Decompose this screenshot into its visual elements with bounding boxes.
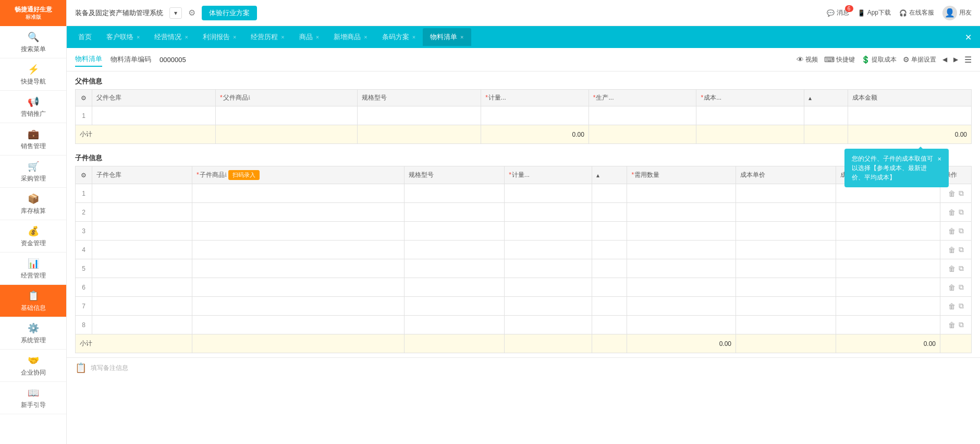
- sidebar-item-search[interactable]: 🔍搜索菜单: [0, 26, 66, 58]
- child-cost-amount-3[interactable]: [836, 222, 940, 241]
- child-goods-2[interactable]: [192, 203, 404, 222]
- child-unitcost-1[interactable]: [736, 184, 836, 203]
- child-copy-btn-6[interactable]: ⧉: [959, 283, 964, 292]
- sidebar-item-finance[interactable]: 💰资金管理: [0, 220, 66, 253]
- child-unitcost-7[interactable]: [736, 297, 836, 316]
- child-unitcost-6[interactable]: [736, 278, 836, 297]
- nav-tab-home[interactable]: 首页: [71, 28, 99, 46]
- child-warehouse-1[interactable]: [92, 184, 192, 203]
- sidebar-item-guide[interactable]: 📖新手引导: [0, 382, 66, 414]
- child-unit-3[interactable]: [505, 222, 592, 241]
- child-spec-8[interactable]: [405, 316, 505, 334]
- child-unit-6[interactable]: [505, 278, 592, 297]
- child-spec-2[interactable]: [405, 203, 505, 222]
- child-goods-4[interactable]: [192, 241, 404, 259]
- child-goods-3[interactable]: [192, 222, 404, 241]
- child-unit-2[interactable]: [505, 203, 592, 222]
- child-warehouse-6[interactable]: [92, 278, 192, 297]
- parent-cost-1[interactable]: [696, 106, 804, 125]
- child-warehouse-4[interactable]: [92, 241, 192, 259]
- online-service-btn[interactable]: 🎧 在线客服: [899, 8, 934, 17]
- child-delete-btn-2[interactable]: 🗑: [948, 208, 956, 217]
- parent-warehouse-1[interactable]: [92, 106, 216, 125]
- tab-close-history[interactable]: ×: [281, 34, 284, 40]
- child-cost-amount-4[interactable]: [836, 241, 940, 259]
- child-copy-btn-1[interactable]: ⧉: [959, 189, 964, 198]
- parent-goods-1[interactable]: [215, 106, 357, 125]
- child-goods-1[interactable]: [192, 184, 404, 203]
- sidebar-item-basic-info[interactable]: 📋基础信息: [0, 285, 66, 317]
- nav-tab-bom[interactable]: 物料清单 ×: [423, 28, 471, 46]
- tab-close-goods[interactable]: ×: [316, 34, 319, 40]
- child-unitcost-3[interactable]: [736, 222, 836, 241]
- nav-tab-barcode[interactable]: 条码方案 ×: [375, 28, 423, 46]
- sidebar-item-system[interactable]: ⚙️系统管理: [0, 317, 66, 350]
- child-spec-5[interactable]: [405, 259, 505, 278]
- sidebar-item-inventory[interactable]: 📦库存核算: [0, 188, 66, 220]
- child-qty-7[interactable]: [627, 297, 736, 316]
- child-goods-8[interactable]: [192, 316, 404, 334]
- child-spec-6[interactable]: [405, 278, 505, 297]
- tab-close-new-goods[interactable]: ×: [364, 34, 367, 40]
- app-download-btn[interactable]: 📱 App下载: [858, 8, 891, 17]
- child-warehouse-8[interactable]: [92, 316, 192, 334]
- nav-tab-new-goods[interactable]: 新增商品 ×: [326, 28, 374, 46]
- child-unitcost-5[interactable]: [736, 259, 836, 278]
- scan-btn[interactable]: 扫码录入: [228, 170, 260, 180]
- child-delete-btn-6[interactable]: 🗑: [948, 283, 956, 292]
- sidebar-item-purchase[interactable]: 🛒采购管理: [0, 155, 66, 188]
- message-btn[interactable]: 💬 消息 6: [827, 8, 849, 17]
- child-goods-5[interactable]: [192, 259, 404, 278]
- child-delete-btn-7[interactable]: 🗑: [948, 302, 956, 310]
- nav-next-btn[interactable]: ▶: [953, 56, 958, 63]
- child-unit-4[interactable]: [505, 241, 592, 259]
- child-qty-1[interactable]: [627, 184, 736, 203]
- parent-production-1[interactable]: [589, 106, 696, 125]
- child-warehouse-7[interactable]: [92, 297, 192, 316]
- child-cost-amount-2[interactable]: [836, 203, 940, 222]
- gear-btn[interactable]: ⚙: [188, 8, 195, 18]
- child-unit-7[interactable]: [505, 297, 592, 316]
- tab-close-bom[interactable]: ×: [460, 34, 463, 40]
- child-cost-amount-5[interactable]: [836, 259, 940, 278]
- child-copy-btn-5[interactable]: ⧉: [959, 264, 964, 273]
- child-spec-1[interactable]: [405, 184, 505, 203]
- child-goods-7[interactable]: [192, 297, 404, 316]
- tab-close-barcode[interactable]: ×: [412, 34, 415, 40]
- child-copy-btn-3[interactable]: ⧉: [959, 226, 964, 235]
- child-copy-btn-8[interactable]: ⧉: [959, 320, 964, 329]
- child-copy-btn-7[interactable]: ⧉: [959, 302, 964, 310]
- child-col-settings[interactable]: ⚙: [76, 166, 92, 184]
- child-copy-btn-4[interactable]: ⧉: [959, 245, 964, 254]
- system-dropdown-btn[interactable]: ▾: [169, 7, 182, 19]
- view-btn[interactable]: 👁 视频: [797, 55, 818, 64]
- child-spec-7[interactable]: [405, 297, 505, 316]
- sidebar-item-operations[interactable]: 📊经营管理: [0, 253, 66, 285]
- expand-btn[interactable]: ☰: [964, 55, 972, 65]
- child-copy-btn-2[interactable]: ⧉: [959, 208, 964, 217]
- child-qty-4[interactable]: [627, 241, 736, 259]
- sidebar-item-sales[interactable]: 💼销售管理: [0, 123, 66, 155]
- sidebar-item-marketing[interactable]: 📢营销推广: [0, 91, 66, 123]
- nav-tab-customer[interactable]: 客户联络 ×: [99, 28, 147, 46]
- tab-close-business[interactable]: ×: [185, 34, 188, 40]
- parent-unit-1[interactable]: [481, 106, 589, 125]
- sidebar-item-quick-nav[interactable]: ⚡快捷导航: [0, 58, 66, 91]
- parent-spec-1[interactable]: [358, 106, 481, 125]
- child-qty-2[interactable]: [627, 203, 736, 222]
- child-goods-6[interactable]: [192, 278, 404, 297]
- nav-tab-profit[interactable]: 利润报告 ×: [195, 28, 243, 46]
- child-cost-amount-6[interactable]: [836, 278, 940, 297]
- child-delete-btn-1[interactable]: 🗑: [948, 189, 956, 198]
- child-unit-8[interactable]: [505, 316, 592, 334]
- child-delete-btn-5[interactable]: 🗑: [948, 265, 956, 273]
- nav-tab-business[interactable]: 经营情况 ×: [147, 28, 195, 46]
- child-unit-1[interactable]: [505, 184, 592, 203]
- child-cost-amount-8[interactable]: [836, 316, 940, 334]
- user-btn[interactable]: 👤 用友: [942, 6, 972, 20]
- child-unitcost-2[interactable]: [736, 203, 836, 222]
- sub-tab-bom-code[interactable]: 物料清单编码: [111, 53, 151, 66]
- trial-btn[interactable]: 体验行业方案: [202, 6, 257, 20]
- nav-prev-btn[interactable]: ◀: [942, 56, 947, 63]
- child-warehouse-3[interactable]: [92, 222, 192, 241]
